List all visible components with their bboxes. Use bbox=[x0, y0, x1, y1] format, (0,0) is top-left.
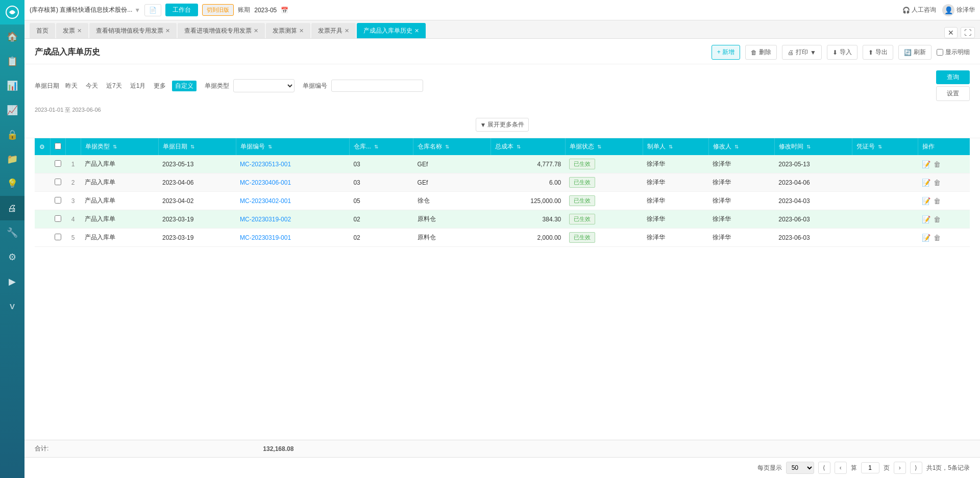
calendar-icon[interactable]: 📅 bbox=[281, 7, 288, 14]
tab-product-close[interactable]: ✕ bbox=[414, 28, 419, 34]
row-checkbox-3[interactable] bbox=[55, 215, 61, 222]
tab-product-inbound[interactable]: 产成品入库单历史 ✕ bbox=[357, 23, 426, 38]
select-all-checkbox[interactable] bbox=[55, 143, 61, 149]
date-more[interactable]: 更多 bbox=[152, 81, 168, 91]
workbench-btn[interactable]: 工作台 bbox=[165, 4, 198, 16]
cell-checkbox[interactable] bbox=[50, 210, 65, 229]
new-btn[interactable]: + 新增 bbox=[712, 45, 740, 60]
tab-purchase-close[interactable]: ✕ bbox=[254, 28, 258, 34]
delete-row-icon[interactable]: 🗑 bbox=[934, 179, 941, 187]
row-checkbox-2[interactable] bbox=[55, 197, 61, 204]
th-creator[interactable]: 制单人 ⇅ bbox=[643, 138, 708, 155]
edit-icon[interactable]: 📝 bbox=[922, 197, 930, 205]
th-type[interactable]: 单据类型 ⇅ bbox=[81, 138, 158, 155]
tab-issue-close[interactable]: ✕ bbox=[345, 28, 349, 34]
import-btn[interactable]: ⬇ 导入 bbox=[827, 45, 857, 60]
close-tab-btn[interactable]: ✕ bbox=[944, 27, 958, 38]
th-checkbox[interactable] bbox=[50, 138, 65, 155]
tab-purchase-invoice[interactable]: 查看进项增值税专用发票 ✕ bbox=[178, 23, 265, 38]
tab-calc[interactable]: 发票测算 ✕ bbox=[266, 23, 310, 38]
cell-number[interactable]: MC-20230513-001 bbox=[236, 155, 349, 173]
doc-number-link[interactable]: MC-20230319-002 bbox=[240, 216, 291, 223]
switch-version-btn[interactable]: 切到旧版 bbox=[202, 4, 234, 16]
doc-number-link[interactable]: MC-20230319-001 bbox=[240, 234, 291, 241]
tab-invoice-close[interactable]: ✕ bbox=[77, 28, 82, 34]
th-voucher[interactable]: 凭证号 ⇅ bbox=[852, 138, 918, 155]
last-page-btn[interactable]: ⟩ bbox=[910, 462, 922, 474]
cell-number[interactable]: MC-20230319-001 bbox=[236, 229, 349, 247]
doc-number-link[interactable]: MC-20230406-001 bbox=[240, 179, 291, 186]
date-today[interactable]: 今天 bbox=[84, 81, 100, 91]
tab-home[interactable]: 首页 bbox=[30, 23, 55, 38]
sidebar-item-analysis[interactable]: 📈 bbox=[0, 98, 24, 122]
print-btn[interactable]: 🖨 打印 ▼ bbox=[782, 45, 822, 60]
sidebar-item-folder[interactable]: 📁 bbox=[0, 147, 24, 171]
help-btn[interactable]: 🎧 人工咨询 bbox=[902, 6, 936, 14]
company-selector[interactable]: (库存核算) 直播轻快通信息技术股份... ▼ bbox=[30, 6, 140, 14]
next-page-btn[interactable]: › bbox=[894, 462, 906, 474]
show-detail-checkbox[interactable] bbox=[937, 49, 943, 56]
row-checkbox-0[interactable] bbox=[55, 160, 61, 167]
th-date[interactable]: 单据日期 ⇅ bbox=[158, 138, 236, 155]
show-detail-checkbox-label[interactable]: 显示明细 bbox=[937, 48, 970, 57]
date-custom[interactable]: 自定义 bbox=[172, 81, 197, 91]
th-settings[interactable]: ⚙ bbox=[35, 138, 50, 155]
cell-number[interactable]: MC-20230402-001 bbox=[236, 192, 349, 210]
prev-page-btn[interactable]: ‹ bbox=[835, 462, 847, 474]
first-page-btn[interactable]: ⟨ bbox=[818, 462, 830, 474]
th-modify-time[interactable]: 修改时间 ⇅ bbox=[774, 138, 852, 155]
cell-number[interactable]: MC-20230406-001 bbox=[236, 173, 349, 192]
sidebar-item-chart[interactable]: 📊 bbox=[0, 73, 24, 98]
set-btn[interactable]: 设置 bbox=[936, 86, 970, 101]
cell-checkbox[interactable] bbox=[50, 229, 65, 247]
tab-sales-invoice[interactable]: 查看销项增值税专用发票 ✕ bbox=[89, 23, 177, 38]
delete-row-icon[interactable]: 🗑 bbox=[934, 234, 941, 242]
date-yesterday[interactable]: 昨天 bbox=[63, 81, 80, 91]
date-1month[interactable]: 近1月 bbox=[128, 81, 148, 91]
th-total-cost[interactable]: 总成本 ⇅ bbox=[491, 138, 566, 155]
tab-issue[interactable]: 发票开具 ✕ bbox=[311, 23, 356, 38]
edit-icon[interactable]: 📝 bbox=[922, 234, 930, 242]
doc-number-link[interactable]: MC-20230402-001 bbox=[240, 197, 291, 205]
tab-invoice[interactable]: 发票 ✕ bbox=[56, 23, 88, 38]
page-input[interactable]: 1 bbox=[861, 462, 879, 473]
doc-number-link[interactable]: MC-20230513-001 bbox=[240, 161, 291, 168]
expand-btn[interactable]: ▼ 展开更多条件 bbox=[476, 118, 529, 132]
row-checkbox-4[interactable] bbox=[55, 234, 61, 240]
per-page-select[interactable]: 50 20 100 bbox=[786, 462, 814, 474]
tab-sales-close[interactable]: ✕ bbox=[165, 28, 170, 34]
sidebar-item-smart[interactable]: 💡 bbox=[0, 171, 24, 196]
edit-icon[interactable]: 📝 bbox=[922, 179, 930, 187]
edit-icon[interactable]: 📝 bbox=[922, 215, 930, 223]
number-input[interactable] bbox=[331, 80, 423, 92]
sidebar-item-version[interactable]: V bbox=[0, 294, 24, 318]
document-btn[interactable]: 📄 bbox=[144, 4, 161, 16]
cell-number[interactable]: MC-20230319-002 bbox=[236, 210, 349, 229]
date-7days[interactable]: 近7天 bbox=[104, 81, 124, 91]
sidebar-item-video[interactable]: ▶ bbox=[0, 269, 24, 294]
th-modifier[interactable]: 修改人 ⇅ bbox=[708, 138, 774, 155]
delete-row-icon[interactable]: 🗑 bbox=[934, 215, 941, 223]
tab-calc-close[interactable]: ✕ bbox=[299, 28, 304, 34]
delete-row-icon[interactable]: 🗑 bbox=[934, 160, 941, 168]
sidebar-item-tools[interactable]: 🔧 bbox=[0, 220, 24, 245]
sidebar-item-home[interactable]: 🏠 bbox=[0, 24, 24, 49]
sidebar-item-print[interactable]: 🖨 bbox=[0, 196, 24, 220]
th-warehouse-name[interactable]: 仓库名称 ⇅ bbox=[413, 138, 491, 155]
th-number[interactable]: 单据编号 ⇅ bbox=[236, 138, 349, 155]
sidebar-item-docs[interactable]: 📋 bbox=[0, 49, 24, 73]
query-btn[interactable]: 查询 bbox=[936, 70, 970, 84]
cell-checkbox[interactable] bbox=[50, 173, 65, 192]
export-btn[interactable]: ⬆ 导出 bbox=[863, 45, 893, 60]
refresh-btn[interactable]: 🔄 刷新 bbox=[898, 45, 932, 60]
sidebar-item-settings[interactable]: ⚙ bbox=[0, 245, 24, 269]
maximize-tab-btn[interactable]: ⛶ bbox=[961, 27, 975, 38]
type-select[interactable] bbox=[233, 79, 295, 92]
delete-row-icon[interactable]: 🗑 bbox=[934, 197, 941, 205]
cell-checkbox[interactable] bbox=[50, 155, 65, 173]
th-warehouse-code[interactable]: 仓库... ⇅ bbox=[349, 138, 413, 155]
th-status[interactable]: 单据状态 ⇅ bbox=[565, 138, 643, 155]
delete-btn[interactable]: 🗑 删除 bbox=[745, 45, 777, 60]
user-menu[interactable]: 👤 徐泽华 bbox=[942, 4, 975, 16]
row-checkbox-1[interactable] bbox=[55, 179, 61, 185]
